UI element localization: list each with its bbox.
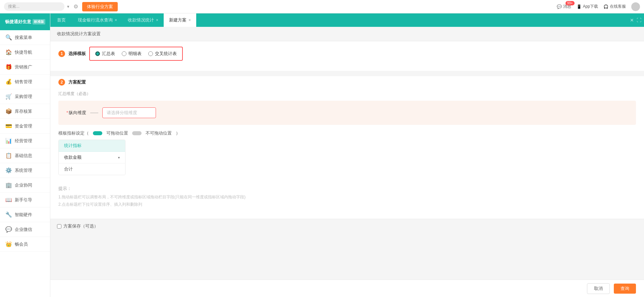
non-draggable-label: 不可拖动位置 xyxy=(146,130,172,136)
gear-icon[interactable]: ⚙ xyxy=(73,3,78,10)
sidebar-item-smart-hw[interactable]: 🔧 智能硬件 xyxy=(0,207,50,222)
online-service-action[interactable]: 🎧 在线客服 xyxy=(603,4,626,9)
enterprise-icon: 🏢 xyxy=(5,182,12,188)
sidebar-item-label: 新手引导 xyxy=(15,197,32,203)
tab-new-plan[interactable]: 新建方案 × xyxy=(164,13,196,27)
header-right-actions: 💬 消息 99+ 📱 App下载 🎧 在线客服 xyxy=(557,2,640,11)
download-label: App下载 xyxy=(583,4,598,9)
system-icon: ⚙️ xyxy=(5,167,12,174)
metric-total-row: 合计 xyxy=(59,163,125,175)
metrics-section: 模板指标设定（ 可拖动位置 不可拖动位置 ） 统计指标 收款金额 ▾ xyxy=(58,130,636,176)
page-header: 收款情况统计方案设置 xyxy=(50,27,644,41)
page-footer: 方案保存（可选） xyxy=(50,219,644,233)
radio-cross-input[interactable] xyxy=(148,51,153,56)
sidebar-item-label: 系统管理 xyxy=(15,167,32,174)
sidebar-item-purchase[interactable]: 🛒 采购管理 xyxy=(0,89,50,104)
metric-dropdown-icon[interactable]: ▾ xyxy=(118,156,120,159)
tab-bank-flow-label: 现金银行流水查询 xyxy=(78,17,113,23)
metrics-close-paren: ） xyxy=(176,130,180,136)
step2-number: 2 xyxy=(58,79,65,86)
query-button[interactable]: 查询 xyxy=(614,284,636,294)
radio-detail-label: 明细表 xyxy=(128,51,142,57)
radio-summary-label: 汇总表 xyxy=(102,51,115,57)
sidebar-item-label: 采购管理 xyxy=(15,94,32,100)
purchase-icon: 🛒 xyxy=(5,93,12,100)
save-option[interactable]: 方案保存（可选） xyxy=(57,223,637,229)
notification-badge: 99+ xyxy=(566,1,575,5)
metrics-table: 统计指标 收款金额 ▾ 合计 xyxy=(58,140,125,175)
template-selection-box: 汇总表 明细表 交叉统计表 xyxy=(89,47,183,61)
sidebar-item-weixin[interactable]: 💬 企业微信 xyxy=(0,222,50,237)
tab-home-label: 首页 xyxy=(57,17,66,23)
radio-summary[interactable]: 汇总表 xyxy=(95,51,115,57)
breadcrumb: 收款情况统计方案设置 xyxy=(57,31,101,36)
dropdown-arrow-icon[interactable]: ▾ xyxy=(67,4,69,9)
sidebar-item-label: 搜索菜单 xyxy=(15,35,32,41)
save-checkbox[interactable] xyxy=(57,224,61,229)
finance-icon: 💳 xyxy=(5,123,12,129)
sidebar-item-member[interactable]: 👑 畅会员 xyxy=(0,237,50,252)
sidebar-item-marketing[interactable]: 🎁 营销推广 xyxy=(0,60,50,75)
sidebar-item-basic-info[interactable]: 📋 基础信息 xyxy=(0,148,50,163)
sales-icon: 💰 xyxy=(5,79,12,85)
window-maximize-icon[interactable]: ⛶ xyxy=(637,17,641,23)
sidebar-item-search[interactable]: 🔍 搜索菜单 xyxy=(0,30,50,45)
metric-name-cell[interactable]: 收款金额 ▾ xyxy=(59,152,125,163)
sidebar-item-label: 库存核算 xyxy=(15,108,32,114)
section-template: 1 选择模板 汇总表 明细表 xyxy=(50,41,644,71)
inventory-icon: 📦 xyxy=(5,108,12,114)
metrics-header: 模板指标设定（ 可拖动位置 不可拖动位置 ） xyxy=(58,130,636,136)
stats-label: 统计指标 xyxy=(64,143,82,148)
sidebar-item-operations[interactable]: 📊 经营管理 xyxy=(0,134,50,148)
sidebar-logo: 畅捷通好生意 标准版 xyxy=(0,13,50,30)
radio-cross-label: 交叉统计表 xyxy=(155,51,177,57)
tab-new-plan-close[interactable]: × xyxy=(189,18,191,22)
tab-bank-flow-close[interactable]: × xyxy=(115,18,117,22)
sidebar-item-newbie[interactable]: 📖 新手引导 xyxy=(0,193,50,207)
sidebar-item-label: 销售管理 xyxy=(15,79,32,85)
user-avatar[interactable] xyxy=(631,2,640,11)
sidebar-item-label: 畅会员 xyxy=(15,241,28,247)
version-badge: 标准版 xyxy=(33,19,45,24)
sidebar-item-sales[interactable]: 💰 销售管理 xyxy=(0,75,50,89)
non-draggable-indicator xyxy=(132,131,142,135)
sidebar-item-label: 快捷导航 xyxy=(15,49,32,55)
cancel-button[interactable]: 取消 xyxy=(587,283,610,294)
dimension-placeholder: 请选择分组维度 xyxy=(107,110,137,115)
page-content: 收款情况统计方案设置 1 选择模板 汇总表 xyxy=(50,27,644,280)
tab-bar-end: ✕ ⛶ xyxy=(630,17,644,23)
sidebar-item-finance[interactable]: 💳 资金管理 xyxy=(0,119,50,134)
sidebar-item-system[interactable]: ⚙️ 系统管理 xyxy=(0,163,50,178)
sidebar-item-label: 资金管理 xyxy=(15,123,32,129)
sidebar-item-label: 营销推广 xyxy=(15,64,32,70)
sidebar-item-enterprise[interactable]: 🏢 企业协同 xyxy=(0,178,50,193)
radio-cross[interactable]: 交叉统计表 xyxy=(148,51,177,57)
dimension-area: *纵向维度 —— 请选择分组维度 xyxy=(58,101,636,125)
radio-detail[interactable]: 明细表 xyxy=(122,51,142,57)
search-bar[interactable]: 搜索... xyxy=(4,2,64,11)
window-close-icon[interactable]: ✕ xyxy=(630,17,634,23)
app-download-action[interactable]: 📱 App下载 xyxy=(577,4,598,9)
sidebar-item-label: 经营管理 xyxy=(15,138,32,144)
sidebar-item-quick-nav[interactable]: 🏠 快捷导航 xyxy=(0,45,50,60)
radio-summary-input[interactable] xyxy=(95,51,100,56)
step1-title: 选择模板 xyxy=(68,51,86,57)
top-header: 搜索... ▾ ⚙ 体验行业方案 💬 消息 99+ 📱 App下载 🎧 在线客服 xyxy=(0,0,644,13)
newbie-icon: 📖 xyxy=(5,197,12,203)
vertical-label: *纵向维度 xyxy=(66,110,86,116)
tab-home[interactable]: 首页 xyxy=(50,13,72,27)
notification-action[interactable]: 💬 消息 99+ xyxy=(557,4,571,9)
sidebar-item-label: 基础信息 xyxy=(15,153,32,159)
sidebar-item-inventory[interactable]: 📦 库存核算 xyxy=(0,104,50,119)
sidebar-item-label: 企业微信 xyxy=(15,227,32,233)
service-icon: 🎧 xyxy=(603,4,608,9)
tab-bank-flow[interactable]: 现金银行流水查询 × xyxy=(72,13,122,27)
step1-number: 1 xyxy=(58,50,65,57)
tab-receipt-stat-label: 收款情况统计 xyxy=(128,17,154,23)
tab-receipt-stat[interactable]: 收款情况统计 × xyxy=(122,13,164,27)
trial-button[interactable]: 体验行业方案 xyxy=(82,2,118,11)
radio-detail-input[interactable] xyxy=(122,51,126,56)
dimension-select[interactable]: 请选择分组维度 xyxy=(102,107,156,118)
tab-receipt-stat-close[interactable]: × xyxy=(156,18,158,22)
metric-row-label: 合计 xyxy=(64,166,73,171)
